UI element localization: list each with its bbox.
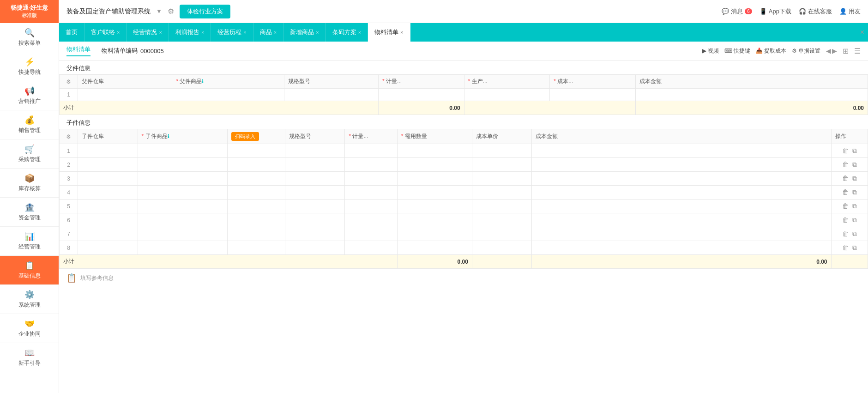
- copy-icon-5[interactable]: ⧉: [852, 202, 857, 210]
- child-cell-spec-8[interactable]: [285, 241, 345, 255]
- copy-icon-4[interactable]: ⧉: [852, 188, 857, 196]
- parent-col-settings[interactable]: ⚙: [60, 75, 78, 89]
- child-cell-goods-3[interactable]: [138, 172, 227, 186]
- child-cell-unitcost-1[interactable]: [472, 144, 532, 158]
- sidebar-item-purchase[interactable]: 🛒 采购管理: [0, 139, 59, 169]
- child-cell-unit-1[interactable]: [345, 144, 397, 158]
- tab-barcode-close-icon[interactable]: ×: [358, 30, 361, 35]
- tab-profit-report[interactable]: 利润报告 ×: [169, 23, 211, 42]
- child-cell-goods-5[interactable]: [138, 200, 227, 213]
- parent-cell-warehouse-1[interactable]: [78, 89, 172, 101]
- sidebar-item-operations[interactable]: 📊 经营管理: [0, 227, 59, 256]
- delete-icon-4[interactable]: 🗑: [842, 188, 849, 196]
- child-cell-unitcost-2[interactable]: [472, 158, 532, 172]
- child-cell-goods-1[interactable]: [138, 144, 227, 158]
- parent-cell-unit-1[interactable]: [379, 89, 464, 101]
- online-service-item[interactable]: 🎧 在线客服: [799, 7, 832, 16]
- child-cell-goods-8[interactable]: [138, 241, 227, 255]
- copy-icon-2[interactable]: ⧉: [852, 161, 857, 169]
- shortcut-item[interactable]: ⌨ 快捷键: [724, 47, 750, 55]
- tabs-close-all-icon[interactable]: ×: [856, 28, 868, 36]
- sidebar-item-sales[interactable]: 💰 销售管理: [0, 110, 59, 139]
- child-cell-scan-2[interactable]: [228, 158, 285, 172]
- child-cell-warehouse-2[interactable]: [78, 158, 138, 172]
- delete-icon-1[interactable]: 🗑: [842, 147, 849, 155]
- child-cell-spec-1[interactable]: [285, 144, 345, 158]
- child-cell-warehouse-8[interactable]: [78, 241, 138, 255]
- child-cell-scan-1[interactable]: [228, 144, 285, 158]
- extract-cost-item[interactable]: 📥 提取成本: [756, 47, 786, 55]
- child-cell-scan-6[interactable]: [228, 213, 285, 227]
- tab-customer[interactable]: 客户联络 ×: [84, 23, 127, 42]
- parent-cell-goods-1[interactable]: [172, 89, 284, 101]
- child-cell-qty-5[interactable]: [397, 200, 472, 213]
- scan-button[interactable]: 扫码录入: [231, 132, 259, 141]
- child-cell-scan-8[interactable]: [228, 241, 285, 255]
- child-cell-qty-3[interactable]: [397, 172, 472, 186]
- child-cell-scan-5[interactable]: [228, 200, 285, 213]
- child-cell-spec-7[interactable]: [285, 227, 345, 241]
- parent-cell-cost-1[interactable]: [550, 89, 636, 101]
- dropdown-arrow-icon[interactable]: ▼: [156, 8, 162, 15]
- tab-customer-close-icon[interactable]: ×: [117, 30, 120, 35]
- child-cell-unitcost-8[interactable]: [472, 241, 532, 255]
- delete-icon-5[interactable]: 🗑: [842, 202, 849, 210]
- delete-icon-6[interactable]: 🗑: [842, 216, 849, 224]
- child-cell-unit-4[interactable]: [345, 186, 397, 200]
- child-cell-unit-2[interactable]: [345, 158, 397, 172]
- child-cell-scan-3[interactable]: [228, 172, 285, 186]
- copy-icon-6[interactable]: ⧉: [852, 216, 857, 224]
- child-cell-spec-5[interactable]: [285, 200, 345, 213]
- child-cell-qty-7[interactable]: [397, 227, 472, 241]
- tab-barcode[interactable]: 条码方案 ×: [326, 23, 368, 42]
- trial-button[interactable]: 体验行业方案: [180, 5, 230, 18]
- child-cell-unitcost-6[interactable]: [472, 213, 532, 227]
- child-cell-warehouse-5[interactable]: [78, 200, 138, 213]
- parent-cell-production-1[interactable]: [464, 89, 550, 101]
- child-cell-goods-6[interactable]: [138, 213, 227, 227]
- single-setting-item[interactable]: ⚙ 单据设置: [792, 47, 820, 55]
- child-cell-qty-2[interactable]: [397, 158, 472, 172]
- message-item[interactable]: 💬 消息 6: [722, 7, 752, 16]
- child-cell-unit-7[interactable]: [345, 227, 397, 241]
- delete-icon-7[interactable]: 🗑: [842, 230, 849, 238]
- tab-home[interactable]: 首页: [59, 23, 84, 42]
- tab-goods-close-icon[interactable]: ×: [274, 30, 277, 35]
- child-cell-spec-6[interactable]: [285, 213, 345, 227]
- child-cell-unitcost-5[interactable]: [472, 200, 532, 213]
- child-cell-qty-8[interactable]: [397, 241, 472, 255]
- child-cell-unitcost-4[interactable]: [472, 186, 532, 200]
- list-view-icon[interactable]: ☰: [854, 47, 861, 55]
- child-col-settings[interactable]: ⚙: [60, 129, 78, 144]
- child-cell-spec-2[interactable]: [285, 158, 345, 172]
- sidebar-item-finance[interactable]: 🏦 资金管理: [0, 198, 59, 227]
- sidebar-item-quicknav[interactable]: ⚡ 快捷导航: [0, 52, 59, 81]
- sidebar-item-marketing[interactable]: 📢 营销推广: [0, 81, 59, 110]
- child-cell-goods-4[interactable]: [138, 186, 227, 200]
- subtab-bom-list[interactable]: 物料清单: [66, 45, 90, 56]
- parent-cell-spec-1[interactable]: [284, 89, 378, 101]
- child-cell-unit-6[interactable]: [345, 213, 397, 227]
- child-cell-unitcost-3[interactable]: [472, 172, 532, 186]
- copy-icon-3[interactable]: ⧉: [852, 175, 857, 182]
- child-cell-spec-4[interactable]: [285, 186, 345, 200]
- child-cell-qty-6[interactable]: [397, 213, 472, 227]
- grid-view-icon[interactable]: ⊞: [843, 47, 849, 55]
- tab-bom-close-icon[interactable]: ×: [400, 30, 403, 35]
- sidebar-item-cooperation[interactable]: 🤝 企业协同: [0, 314, 59, 343]
- nav-next-icon[interactable]: ▶: [832, 47, 837, 54]
- sidebar-item-basicinfo[interactable]: 📋 基础信息: [0, 256, 59, 285]
- copy-icon-1[interactable]: ⧉: [852, 147, 857, 155]
- nav-prev-icon[interactable]: ◀: [826, 47, 831, 54]
- tab-new-goods[interactable]: 新增商品 ×: [283, 23, 326, 42]
- tab-goods[interactable]: 商品 ×: [253, 23, 283, 42]
- delete-icon-8[interactable]: 🗑: [842, 244, 849, 252]
- child-cell-scan-4[interactable]: [228, 186, 285, 200]
- tab-newgoods-close-icon[interactable]: ×: [316, 30, 319, 35]
- sidebar-item-system[interactable]: ⚙️ 系统管理: [0, 285, 59, 314]
- child-cell-spec-3[interactable]: [285, 172, 345, 186]
- user-item[interactable]: 👤 用友: [839, 7, 861, 16]
- tab-operations-status[interactable]: 经营情况 ×: [127, 23, 169, 42]
- settings-icon[interactable]: ⚙: [168, 7, 174, 16]
- child-cell-warehouse-1[interactable]: [78, 144, 138, 158]
